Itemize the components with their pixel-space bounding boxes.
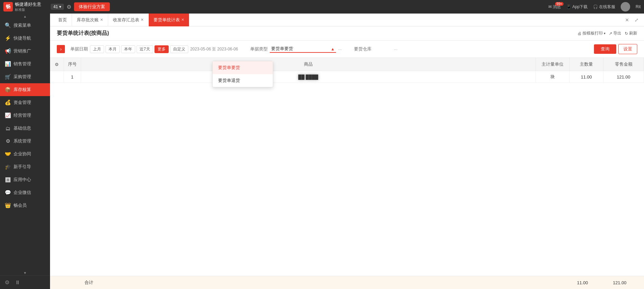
date-btn-this-month[interactable]: 本月 [105, 45, 120, 53]
filter-type-group: 单据类型 ▲ ··· [250, 46, 342, 53]
print-icon: 🖨 [577, 31, 581, 36]
table-row: 1 ██ ████ 块 11.00 121.00 [50, 71, 644, 83]
th-settings[interactable]: ⚙ [50, 58, 64, 71]
member-icon: 👑 [5, 202, 11, 208]
sidebar-item-label-newbie: 新手引导 [14, 164, 31, 170]
download-icon: 📱 [566, 4, 571, 9]
filter-expand-btn[interactable]: › [57, 45, 65, 53]
cell-settings-0 [50, 71, 64, 83]
tab-batch[interactable]: 库存批次账✕ [72, 14, 108, 26]
sidebar-item-finance[interactable]: 💰 资金管理 [0, 96, 50, 109]
sidebar-item-label-marketing: 营销推广 [14, 48, 31, 54]
sidebar-item-label-search: 搜索菜单 [14, 22, 31, 28]
sidebar-item-marketing[interactable]: 📢 营销推广 [0, 45, 50, 58]
type-dropdown: 要货单要货 要货单退货 [212, 61, 273, 87]
sidebar-item-label-inventory: 库存核算 [14, 87, 31, 93]
tab-expand-btn[interactable]: ⤢ [633, 16, 641, 24]
message-icon: ✉ [548, 4, 552, 9]
sidebar-item-enterprise[interactable]: 🤝 企业协同 [0, 148, 50, 160]
sidebar-item-label-enterprise: 企业协同 [14, 151, 31, 157]
messages-badge[interactable]: ✉ 消息 99+ [548, 4, 561, 10]
page-header: 要货单统计表(按商品) 🖨 按模板打印 ▾ ↗ 导出 ↻ 刷新 [50, 26, 644, 41]
date-label: 单据日期 [70, 46, 88, 52]
date-range: 2023-05-06 至 2023-06-06 [190, 46, 238, 52]
refresh-btn[interactable]: ↻ 刷新 [625, 30, 637, 36]
type-select-wrapper: ▲ [270, 46, 336, 53]
settings-btn[interactable]: 设置 [618, 44, 637, 54]
sidebar-toggle-icon[interactable]: ⏸ [15, 280, 20, 286]
dropdown-item-requisition-order[interactable]: 要货单要货 [213, 61, 273, 74]
query-btn[interactable]: 查询 [594, 44, 616, 54]
date-btn-this-year[interactable]: 本年 [121, 45, 135, 53]
print-label: 按模板打印 [582, 30, 603, 36]
avatar[interactable] [621, 2, 630, 12]
sidebar-item-label-finance: 资金管理 [14, 99, 31, 106]
settings-icon[interactable]: ⚙ [67, 4, 71, 10]
refresh-label: 刷新 [629, 30, 637, 36]
table-footer: 合计 11.00 121.00 [50, 276, 644, 289]
tab-close-batch[interactable]: ✕ [100, 18, 103, 22]
sidebar-scroll-down[interactable]: ▼ [0, 270, 50, 275]
table-body: 1 ██ ████ 块 11.00 121.00 [50, 71, 644, 83]
print-btn[interactable]: 🖨 按模板打印 ▾ [577, 30, 605, 36]
tab-close-all-btn[interactable]: ✕ [623, 16, 631, 24]
tab-label-requisition: 要货单统计表 [153, 17, 180, 23]
date-buttons: 上月 本月 本年 近7天 更多 自定义 [90, 45, 188, 53]
app-download-btn[interactable]: 📱 App下载 [566, 4, 588, 10]
industry-btn[interactable]: 体验行业方案 [74, 2, 110, 11]
type-select-input[interactable] [270, 46, 336, 53]
refresh-icon: ↻ [625, 31, 628, 36]
tab-home[interactable]: 首页 [53, 14, 72, 26]
user-name: Rit [636, 4, 641, 9]
support-icon: 🎧 [593, 4, 598, 9]
sidebar-item-basic[interactable]: 🗂 基础信息 [0, 122, 50, 135]
date-btn-more[interactable]: 更多 [154, 45, 169, 53]
shortcut-icon: ⚡ [5, 35, 11, 41]
date-btn-7days[interactable]: 近7天 [137, 45, 153, 53]
tab-receivable[interactable]: 收发存汇总表✕ [108, 14, 149, 26]
dropdown-item-requisition-return[interactable]: 要货单退货 [213, 74, 273, 87]
sidebar-item-wechat[interactable]: 💬 企业微信 [0, 186, 50, 199]
cell-qty-0: 11.00 [570, 71, 603, 83]
tab-bar: 首页库存批次账✕收发存汇总表✕要货单统计表✕ ✕ ⤢ [50, 14, 644, 26]
sidebar-item-appstore[interactable]: 🅰 应用中心 [0, 173, 50, 186]
sidebar-scroll-up[interactable]: ▲ [0, 14, 50, 19]
enterprise-icon: 🤝 [5, 151, 11, 157]
sidebar-item-newbie[interactable]: 🎓 新手引导 [0, 160, 50, 173]
sidebar-item-member[interactable]: 👑 畅会员 [0, 199, 50, 212]
filter-actions: 查询 设置 [594, 44, 637, 54]
footer-amount: 121.00 [599, 280, 640, 285]
online-support-btn[interactable]: 🎧 在线客服 [593, 4, 615, 10]
inventory-icon: 📦 [5, 87, 11, 93]
cell-unit-0: 块 [536, 71, 570, 83]
store-selector[interactable]: 41 ▾ [51, 4, 64, 10]
chevron-down-icon: ▾ [604, 31, 605, 35]
sidebar-settings-icon[interactable]: ⚙ [5, 279, 9, 286]
sidebar-nav: 🔍 搜索菜单 ⚡ 快捷导航 📢 营销推广 📊 销售管理 🛒 采购管理 📦 库存核… [0, 19, 50, 270]
sidebar-item-search[interactable]: 🔍 搜索菜单 [0, 19, 50, 32]
date-btn-last-month[interactable]: 上月 [90, 45, 104, 53]
sidebar-item-sales[interactable]: 📊 销售管理 [0, 58, 50, 70]
footer-qty: 11.00 [566, 280, 599, 285]
warehouse-more-icon[interactable]: ··· [394, 47, 398, 52]
sidebar-item-operation[interactable]: 📈 经营管理 [0, 109, 50, 122]
sidebar-item-purchase[interactable]: 🛒 采购管理 [0, 70, 50, 83]
date-btn-custom[interactable]: 自定义 [170, 45, 188, 53]
messages-count: 99+ [555, 2, 564, 6]
search-icon: 🔍 [5, 22, 11, 28]
sidebar-item-inventory[interactable]: 📦 库存核算 [0, 83, 50, 96]
top-header-right: ✉ 消息 99+ 📱 App下载 🎧 在线客服 Rit [548, 2, 641, 12]
tab-close-requisition[interactable]: ✕ [181, 18, 184, 22]
export-icon: ↗ [609, 31, 612, 36]
sidebar-item-shortcut[interactable]: ⚡ 快捷导航 [0, 32, 50, 45]
tab-requisition[interactable]: 要货单统计表✕ [149, 14, 189, 26]
sidebar-item-label-sales: 销售管理 [14, 61, 31, 67]
tab-close-receivable[interactable]: ✕ [141, 18, 144, 22]
type-more-icon[interactable]: ··· [338, 47, 342, 52]
sidebar-item-label-system: 系统管理 [14, 138, 31, 144]
export-btn[interactable]: ↗ 导出 [609, 30, 621, 36]
sidebar-item-label-operation: 经营管理 [14, 112, 31, 118]
appstore-icon: 🅰 [5, 177, 11, 183]
export-label: 导出 [613, 30, 621, 36]
sidebar-item-system[interactable]: ⚙ 系统管理 [0, 135, 50, 148]
